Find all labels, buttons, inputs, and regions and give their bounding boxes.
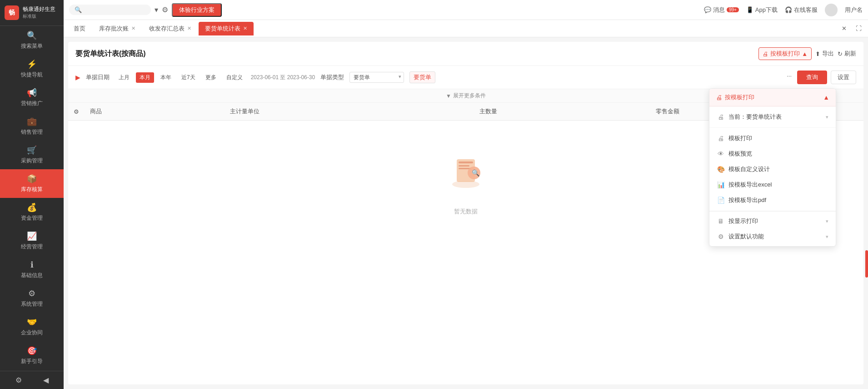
tab-order-stats-close[interactable]: ✕	[243, 25, 247, 31]
query-button[interactable]: 查询	[797, 71, 827, 84]
app-name: 畅康通好生意	[23, 6, 55, 13]
scrollbar-thumb[interactable]	[865, 250, 868, 278]
sidebar-bottom: ⚙ ◀	[0, 371, 64, 389]
tab-close-all-btn[interactable]: ✕	[838, 23, 850, 35]
sidebar-item-operations[interactable]: 📈 经营管理	[0, 227, 64, 255]
col-product-header: 商品	[85, 103, 224, 121]
default-func-arrow: ▾	[826, 234, 828, 240]
template-print-label: 按模板打印	[770, 50, 800, 58]
trial-button[interactable]: 体验行业方案	[172, 3, 222, 17]
svg-rect-3	[459, 165, 469, 167]
settings-button[interactable]: 设置	[831, 71, 856, 84]
sidebar-item-sales[interactable]: 💼 销售管理	[0, 112, 64, 141]
dropdown-default-func-item[interactable]: ⚙ 设置默认功能 ▾	[709, 229, 836, 244]
sidebar-item-search-label: 搜索菜单	[21, 42, 43, 50]
printer-icon: 🖨	[763, 51, 768, 57]
tab-inventory-batch-close[interactable]: ✕	[131, 25, 135, 31]
messages-icon: 💬	[704, 6, 711, 13]
sidebar-item-inventory[interactable]: 📦 库存核算	[0, 169, 64, 198]
dropdown-items-section: 🖨 模板打印 👁 模板预览 🎨 模板自定义设计 📊 按模板导出excel 📄	[709, 128, 836, 211]
sidebar-item-enterprise[interactable]: 🤝 企业协同	[0, 313, 64, 341]
current-template-icon: 🖨	[717, 113, 725, 121]
tab-collection-summary-close[interactable]: ✕	[187, 25, 191, 31]
operations-icon: 📈	[27, 231, 37, 241]
type-select[interactable]: 要货单	[349, 72, 404, 83]
dropdown-display-print-item[interactable]: 🖥 按显示打印 ▾	[709, 213, 836, 229]
sales-icon: 💼	[27, 116, 37, 126]
tab-collection-summary[interactable]: 收发存汇总表 ✕	[143, 22, 198, 35]
settings-bottom-btn[interactable]: ⚙	[15, 376, 22, 384]
export-label: 导出	[822, 50, 834, 58]
sidebar-item-basic-info[interactable]: ℹ 基础信息	[0, 255, 64, 284]
template-print-button[interactable]: 🖨 按模板打印 ▲	[758, 47, 812, 60]
online-service-button[interactable]: 🎧 在线客服	[785, 6, 818, 14]
marketing-icon: 📢	[27, 88, 37, 98]
export-button[interactable]: ⬆ 导出	[815, 50, 834, 58]
dropdown-item-template-design-label: 模板自定义设计	[728, 165, 770, 173]
user-avatar[interactable]	[825, 4, 838, 16]
sidebar-item-purchase[interactable]: 🛒 采购管理	[0, 141, 64, 169]
dropdown-current-section: 🖨 当前：要货单统计表 ▾	[709, 106, 836, 128]
dropdown-item-template-preview[interactable]: 👁 模板预览	[709, 146, 836, 162]
more-options-btn[interactable]: ···	[785, 71, 793, 84]
filter-bar: ▶ 单据日期 上月 本月 本年 近7天 更多 自定义 2023-06-01 至 …	[68, 66, 863, 89]
basic-info-icon: ℹ	[30, 260, 34, 270]
topbar-gear-icon[interactable]: ⚙	[162, 5, 168, 14]
sidebar-item-search[interactable]: 🔍 搜索菜单	[0, 26, 64, 55]
date-btn-more[interactable]: 更多	[202, 72, 220, 83]
dropdown-item-template-design[interactable]: 🎨 模板自定义设计	[709, 162, 836, 177]
dropdown-title: 🖨 按模板打印	[716, 93, 754, 101]
sidebar-item-marketing[interactable]: 📢 营销推广	[0, 83, 64, 112]
sidebar-item-quick-nav[interactable]: ⚡ 快捷导航	[0, 55, 64, 83]
expand-more-button[interactable]: ▼ 展开更多条件	[446, 92, 486, 100]
topbar-search-box[interactable]: 🔍	[69, 5, 151, 15]
dropdown-item-template-preview-label: 模板预览	[728, 150, 752, 158]
sidebar-item-enterprise-label: 企业协同	[21, 329, 43, 337]
sidebar-item-finance[interactable]: 💰 资金管理	[0, 198, 64, 227]
topbar-settings-icon[interactable]: ▾	[155, 5, 158, 14]
tab-expand-btn[interactable]: ⛶	[853, 23, 864, 35]
dropdown-item-template-print-label: 模板打印	[728, 134, 752, 142]
date-btn-7days[interactable]: 近7天	[178, 72, 199, 83]
default-func-icon: ⚙	[717, 233, 725, 240]
collapse-btn[interactable]: ◀	[43, 376, 49, 384]
date-buttons: 上月 本月 本年 近7天 更多 自定义 2023-06-01 至 2023-06…	[115, 72, 315, 83]
app-download-label: App下载	[755, 6, 778, 14]
date-btn-this-year[interactable]: 本年	[157, 72, 175, 83]
refresh-button[interactable]: ↻ 刷新	[838, 50, 856, 58]
dropdown-item-export-excel[interactable]: 📊 按模板导出excel	[709, 177, 836, 192]
col-settings-header[interactable]: ⚙	[68, 103, 85, 121]
system-icon: ⚙	[28, 288, 35, 298]
tab-order-stats[interactable]: 要货单统计表 ✕	[199, 22, 254, 35]
app-badge: 标准版	[23, 13, 55, 20]
type-select-wrap: 要货单	[349, 72, 404, 83]
sidebar-item-newbie[interactable]: 🎯 新手引导	[0, 341, 64, 370]
template-design-icon: 🎨	[717, 166, 725, 173]
search-icon: 🔍	[27, 30, 37, 40]
main-content: 要货单统计表(按商品) 🖨 按模板打印 ▲ ⬆ 导出 ↻ 刷新 ▶	[64, 37, 868, 389]
service-icon: 🎧	[785, 6, 792, 13]
finance-icon: 💰	[27, 202, 37, 212]
sidebar-item-system[interactable]: ⚙ 系统管理	[0, 284, 64, 313]
date-filter-label: 单据日期	[86, 73, 110, 81]
dropdown-item-export-pdf[interactable]: 📄 按模板导出pdf	[709, 192, 836, 208]
tab-order-stats-label: 要货单统计表	[205, 25, 240, 33]
app-download-button[interactable]: 📱 App下载	[746, 6, 778, 14]
dropdown-item-template-print[interactable]: 🖨 模板打印	[709, 131, 836, 146]
refresh-icon: ↻	[838, 51, 843, 57]
export-excel-icon: 📊	[717, 181, 725, 188]
quick-nav-icon: ⚡	[27, 59, 37, 69]
date-btn-this-month[interactable]: 本月	[136, 72, 154, 83]
date-btn-custom[interactable]: 自定义	[223, 72, 246, 83]
messages-button[interactable]: 💬 消息 99+	[704, 6, 739, 14]
logo-icon: 畅	[5, 5, 19, 20]
topbar-search-input[interactable]	[85, 7, 139, 13]
col-quantity-header: 主数量	[474, 103, 650, 121]
tab-home[interactable]: 首页	[67, 22, 92, 35]
tab-inventory-batch[interactable]: 库存批次账 ✕	[93, 22, 142, 35]
filter-expand-arrow[interactable]: ▶	[75, 74, 80, 81]
dropdown-close-btn[interactable]: ▲	[823, 94, 829, 101]
dropdown-current-item[interactable]: 🖨 当前：要货单统计表 ▾	[709, 109, 836, 125]
svg-rect-2	[459, 162, 473, 163]
date-btn-last-month[interactable]: 上月	[115, 72, 133, 83]
